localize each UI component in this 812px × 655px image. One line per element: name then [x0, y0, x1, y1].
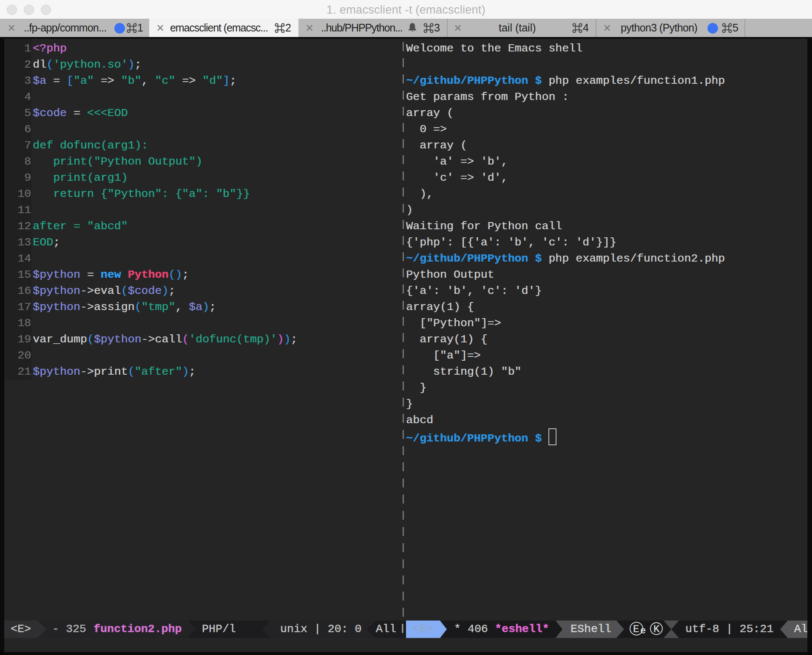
svg-text:PHP/l: PHP/l [202, 623, 236, 635]
svg-text:All: All [376, 623, 396, 635]
svg-text:e: e [640, 626, 646, 636]
svg-text:E: E [633, 624, 639, 635]
svg-text:unix | 20: 0: unix | 20: 0 [280, 623, 362, 635]
svg-text:<E>: <E> [11, 623, 31, 635]
svg-text:K: K [653, 624, 660, 635]
svg-text:EShell: EShell [571, 623, 611, 635]
svg-text:- 325: - 325 [52, 623, 86, 635]
svg-text:* 406: * 406 [454, 623, 488, 635]
svg-text:utf-8 | 25:21: utf-8 | 25:21 [685, 623, 773, 635]
svg-text:function2.php: function2.php [94, 623, 182, 635]
svg-text:<E>: <E> [413, 623, 433, 635]
svg-text:*eshell*: *eshell* [495, 623, 549, 635]
svg-text:Al: Al [794, 623, 808, 635]
